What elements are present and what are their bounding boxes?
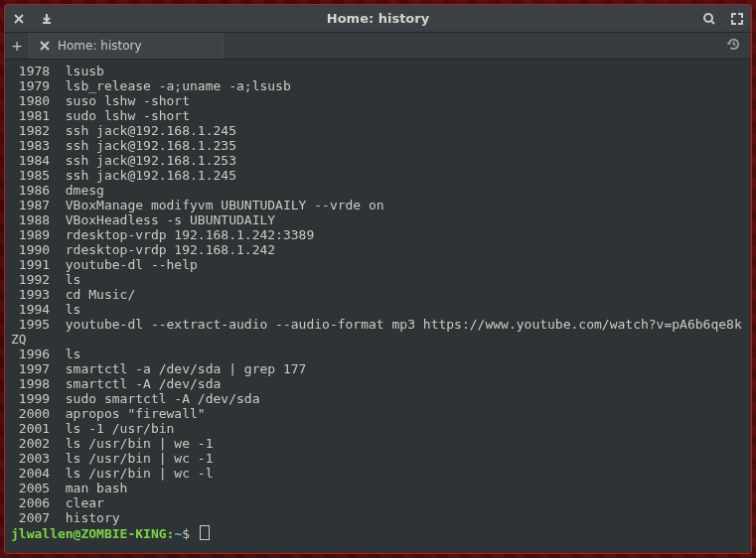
terminal-area[interactable]: 1978 lsusb 1979 lsb_release -a;uname -a;… [5, 60, 751, 553]
history-line: 2002 ls /usr/bin | we -1 [11, 436, 745, 451]
prompt-user: jlwallen@ZOMBIE-KING [11, 526, 167, 541]
history-line: 1988 VBoxHeadless -s UBUNTUDAILY [11, 212, 745, 227]
history-line: 1979 lsb_release -a;uname -a;lsusb [11, 78, 745, 93]
history-line: 1981 sudo lshw -short [11, 108, 745, 123]
history-line: 1983 ssh jack@192.168.1.235 [11, 138, 745, 153]
history-line: 1998 smartctl -A /dev/sda [11, 376, 745, 391]
history-line: 1999 sudo smartctl -A /dev/sda [11, 391, 745, 406]
prompt-line[interactable]: jlwallen@ZOMBIE-KING:~$ [11, 525, 745, 541]
history-line: 1984 ssh jack@192.168.1.253 [11, 153, 745, 168]
new-tab-button[interactable]: + [5, 33, 30, 59]
maximize-icon[interactable] [729, 11, 745, 27]
prompt-symbol: $ [182, 526, 198, 541]
history-line: 1978 lsusb [11, 64, 745, 78]
history-line: 2006 clear [11, 495, 745, 510]
history-line: 1986 dmesg [11, 183, 745, 198]
history-line: 1991 youtube-dl --help [11, 257, 745, 272]
history-line: 1993 cd Music/ [11, 287, 745, 302]
history-icon[interactable] [726, 37, 741, 55]
history-line: 2000 apropos "firewall" [11, 406, 745, 421]
history-line: 2003 ls /usr/bin | wc -1 [11, 451, 745, 466]
history-line: 1985 ssh jack@192.168.1.245 [11, 168, 745, 183]
history-line: 1992 ls [11, 272, 745, 287]
history-line: 1996 ls [11, 347, 745, 361]
history-line: 1995 youtube-dl --extract-audio --audio-… [11, 317, 745, 347]
download-icon[interactable] [39, 11, 55, 27]
close-icon[interactable] [11, 11, 27, 27]
tab-close-icon[interactable] [40, 41, 50, 51]
history-line: 2005 man bash [11, 481, 745, 495]
history-line: 1980 suso lshw -short [11, 93, 745, 108]
tab-label: Home: history [58, 39, 142, 53]
history-line: 1997 smartctl -a /dev/sda | grep 177 [11, 361, 745, 376]
history-line: 1987 VBoxManage modifyvm UBUNTUDAILY --v… [11, 198, 745, 212]
window-title: Home: history [55, 11, 701, 26]
history-line: 1990 rdesktop-vrdp 192.168.1.242 [11, 242, 745, 257]
cursor [200, 525, 210, 540]
history-line: 1994 ls [11, 302, 745, 317]
history-line: 2001 ls -1 /usr/bin [11, 421, 745, 436]
window-titlebar[interactable]: Home: history [5, 5, 751, 33]
history-line: 1989 rdesktop-vrdp 192.168.1.242:3389 [11, 227, 745, 242]
search-icon[interactable] [701, 11, 717, 27]
history-line: 2007 history [11, 510, 745, 525]
svg-point-0 [704, 14, 712, 22]
history-line: 2004 ls /usr/bin | wc -l [11, 466, 745, 481]
history-line: 1982 ssh jack@192.168.1.245 [11, 123, 745, 138]
tab-bar: + Home: history [5, 33, 751, 60]
tab-home-history[interactable]: Home: history [30, 33, 224, 59]
terminal-window: Home: history + Home: history [4, 4, 752, 554]
